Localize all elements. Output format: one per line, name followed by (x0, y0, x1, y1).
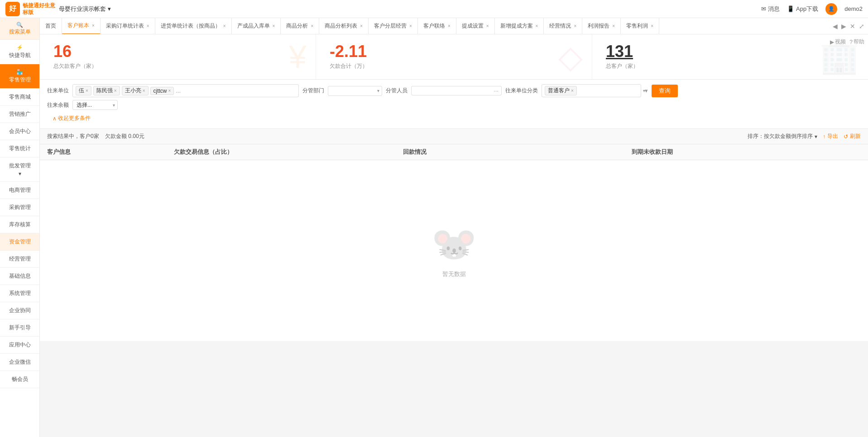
tabs-expand-icon[interactable]: ⤢ (858, 22, 865, 31)
main-content: ¥ 16 总欠款客户（家） ◇ -2.11 欠款合计（万） 🏢 131 总客户（… (40, 34, 868, 437)
sidebar-item-collab[interactable]: 企业协同 (0, 302, 39, 319)
bg-diamond-icon: ◇ (558, 38, 583, 76)
tab-customer-ledger[interactable]: 客户账本 × (62, 18, 101, 34)
sidebar-item-ecommerce[interactable]: 电商管理 (0, 182, 39, 199)
person-more-icon[interactable]: ··· (494, 87, 499, 94)
sidebar-item-system[interactable]: 系统管理 (0, 285, 39, 302)
col-due-date: 到期未收款日期 (632, 148, 861, 156)
sidebar-item-app-center[interactable]: 应用中心 (0, 337, 39, 354)
tab-close-icon[interactable]: × (574, 24, 576, 28)
tab-operations[interactable]: 经营情况 × (544, 18, 582, 34)
tab-customer-contact[interactable]: 客户联络 × (418, 18, 456, 34)
sidebar-item-finance[interactable]: 资金管理 (0, 233, 39, 251)
tab-product-analysis-list[interactable]: 商品分析列表 × (319, 18, 369, 34)
total-debit-amount-value: -2.11 (330, 43, 367, 60)
sidebar-item-basic-info[interactable]: 基础信息 (0, 268, 39, 285)
category-dropdown-icon[interactable]: ▾ (645, 87, 648, 94)
sidebar-item-retail[interactable]: 🏪 零售管理 (0, 64, 39, 89)
collapse-button[interactable]: ∧ 收起更多条件 (47, 113, 861, 124)
tab-close-icon[interactable]: × (223, 24, 226, 28)
filter-tag-wu: 伍 × (76, 86, 91, 95)
sidebar-item-vip[interactable]: 畅会员 (0, 371, 39, 388)
sidebar-item-wholesale[interactable]: 批发管理 ▾ (0, 157, 39, 182)
topbar-left: 好 畅捷通好生意 标版 母婴行业演示帐套 ▾ (5, 2, 111, 16)
col-repayment: 回款情况 (403, 148, 632, 156)
tab-close-icon[interactable]: × (409, 24, 412, 28)
result-bar-right: 排序：按欠款金额倒序排序 ▾ ↑ 导出 ↺ 刷新 (748, 133, 861, 140)
bg-yuan-icon: ¥ (289, 39, 307, 75)
sidebar-item-retail-stats[interactable]: 零售统计 (0, 140, 39, 157)
tabs-scroll-right-icon[interactable]: ▶ (840, 22, 847, 31)
empty-text: 暂无数据 (442, 270, 466, 278)
tab-new-commission[interactable]: 新增提成方案 × (495, 18, 544, 34)
unit-tag-input[interactable]: 伍 × 陈民强 × 王小亮 × cjttcw × (72, 84, 299, 97)
balance-select[interactable]: 选择... (72, 100, 118, 110)
tag-close-cj[interactable]: × (168, 88, 171, 93)
question-icon: ? (849, 39, 853, 45)
total-debit-customers-label: 总欠款客户（家） (53, 62, 97, 70)
filter-tag-wang: 王小亮 × (122, 86, 149, 95)
sort-icon: ▾ (815, 133, 817, 140)
tab-purchase-order[interactable]: 采购订单统计表 × (101, 18, 155, 34)
avatar[interactable]: 👤 (825, 3, 837, 15)
query-button[interactable]: 查询 (652, 85, 678, 97)
export-button[interactable]: ↑ 导出 (823, 133, 838, 140)
tab-product-analysis[interactable]: 商品分析 × (281, 18, 319, 34)
tab-close-icon[interactable]: × (273, 24, 275, 28)
account-dropdown[interactable]: 母婴行业演示帐套 ▾ (59, 5, 111, 13)
message-button[interactable]: ✉ 消息 (761, 5, 780, 13)
sort-button[interactable]: 排序：按欠款金额倒序排序 ▾ (748, 133, 817, 140)
tab-stock-stats[interactable]: 进货单统计表（按商品） × (155, 18, 232, 34)
tag-close-wang[interactable]: × (143, 88, 145, 93)
tab-close-icon[interactable]: × (92, 23, 95, 28)
tab-home[interactable]: 首页 (40, 18, 62, 34)
app-download-button[interactable]: 📱 App下载 (787, 5, 818, 13)
tab-profit-report[interactable]: 利润报告 × (582, 18, 621, 34)
col-debit-info: 欠款交易信息（占比） (174, 148, 403, 156)
tab-close-icon[interactable]: × (536, 24, 538, 28)
tab-production[interactable]: 产成品入库单 × (232, 18, 281, 34)
chevron-up-icon: ∧ (53, 115, 57, 122)
col-customer-info: 客户信息 (47, 148, 174, 156)
tab-close-icon[interactable]: × (448, 24, 451, 28)
sidebar-item-quick-nav[interactable]: ⚡ 快捷导航 (0, 40, 39, 64)
sidebar-item-operations[interactable]: 经营管理 (0, 251, 39, 268)
summary-row: ¥ 16 总欠款客户（家） ◇ -2.11 欠款合计（万） 🏢 131 总客户（… (40, 34, 868, 80)
retail-icon: 🏪 (16, 69, 23, 75)
refresh-button[interactable]: ↺ 刷新 (844, 133, 861, 140)
sidebar-item-enterprise-wechat[interactable]: 企业微信 (0, 354, 39, 371)
help-video-button[interactable]: ▶ 视频 (830, 38, 846, 46)
sidebar-item-beginner[interactable]: 新手引导 (0, 319, 39, 337)
category-tag-input[interactable]: 普通客户 × (542, 84, 641, 97)
tab-customer-segment[interactable]: 客户分层经营 × (369, 18, 418, 34)
tab-close-icon[interactable]: × (612, 24, 615, 28)
sidebar-item-inventory[interactable]: 库存核算 (0, 216, 39, 233)
tag-close-chen[interactable]: × (114, 88, 117, 93)
result-bar: 搜索结果中，客户0家 欠款金额 0.00元 排序：按欠款金额倒序排序 ▾ ↑ 导… (40, 129, 868, 144)
help-manual-button[interactable]: ? 帮助 (849, 38, 864, 46)
tabs-close-all-icon[interactable]: ✕ (849, 22, 856, 31)
sidebar-item-retail-mall[interactable]: 零售商城 (0, 89, 39, 106)
filter-more-button[interactable]: ... (176, 87, 181, 94)
empty-icon: 🐭 (432, 223, 477, 266)
logo-icon: 好 (5, 2, 20, 16)
dept-select[interactable] (328, 86, 382, 96)
tag-close-normal[interactable]: × (571, 88, 574, 93)
tab-close-icon[interactable]: × (651, 24, 653, 28)
tabs-scroll-left-icon[interactable]: ◀ (832, 22, 839, 31)
tab-commission-settings[interactable]: 提成设置 × (456, 18, 495, 34)
sidebar-item-purchase[interactable]: 采购管理 (0, 199, 39, 216)
tab-close-icon[interactable]: × (486, 24, 489, 28)
refresh-icon: ↺ (844, 133, 848, 140)
sidebar-item-marketing[interactable]: 营销推广 (0, 106, 39, 123)
tab-retail-profit[interactable]: 零售利润 × (621, 18, 659, 34)
sidebar-item-member-center[interactable]: 会员中心 (0, 123, 39, 140)
tab-close-icon[interactable]: × (360, 24, 363, 28)
tag-close-wu[interactable]: × (86, 88, 88, 93)
tab-close-icon[interactable]: × (147, 24, 149, 28)
right-area: 首页 客户账本 × 采购订单统计表 × 进货单统计表（按商品） × 产成品入库单… (40, 18, 868, 437)
person-input[interactable] (414, 88, 494, 94)
search-menu-button[interactable]: 🔍 搜索菜单 (0, 18, 39, 40)
tab-close-icon[interactable]: × (311, 24, 313, 28)
quick-nav-icon: ⚡ (16, 44, 23, 51)
